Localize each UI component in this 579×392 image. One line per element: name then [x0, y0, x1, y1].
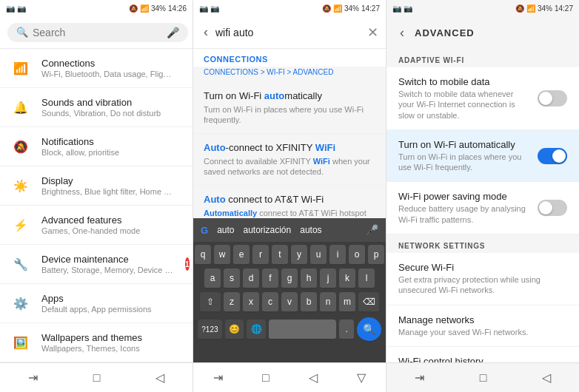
key-c[interactable]: c — [262, 292, 278, 313]
list-item-apps[interactable]: ⚙️ Apps Default apps, App permissions — [0, 284, 193, 323]
key-f[interactable]: f — [262, 268, 278, 289]
key-a[interactable]: a — [204, 268, 221, 289]
wifi-auto-toggle[interactable] — [538, 148, 567, 164]
nav-back-btn[interactable]: ◁ — [155, 371, 164, 385]
suggestion-autorizacion[interactable]: autorización — [243, 225, 291, 235]
search-input[interactable] — [33, 27, 162, 38]
key-shift[interactable]: ⇧ — [200, 292, 221, 313]
suggestion-auto[interactable]: auto — [217, 225, 234, 235]
p3-item-manage-networks[interactable]: Manage networks Manage your saved Wi-Fi … — [386, 305, 579, 347]
key-v[interactable]: v — [281, 292, 298, 313]
key-b[interactable]: b — [301, 292, 317, 313]
search-bar: 🔍 🎤 👤 — [0, 16, 193, 49]
nav-menu-btn[interactable]: ⇥ — [28, 371, 38, 385]
key-x[interactable]: x — [243, 292, 259, 313]
nav-home-btn[interactable]: □ — [93, 371, 101, 385]
nav-menu-btn-2[interactable]: ⇥ — [213, 371, 223, 385]
nav-back-btn-2[interactable]: ◁ — [309, 371, 318, 385]
key-o[interactable]: o — [349, 245, 365, 266]
panel-advanced-settings: 📷 📷 🔕 📶 34% 14:27 ‹ ADVANCED ADAPTIVE WI… — [386, 0, 579, 392]
key-num[interactable]: ?123 — [198, 320, 222, 340]
result-item-0[interactable]: Turn on Wi-Fi automatically Turn on Wi-F… — [193, 82, 386, 134]
mobile-data-text: Switch to mobile data Switch to mobile d… — [398, 76, 538, 121]
list-item-sounds[interactable]: 🔔 Sounds and vibration Sounds, Vibration… — [0, 88, 193, 127]
connections-title: Connections — [41, 58, 182, 69]
key-y[interactable]: y — [291, 245, 307, 266]
list-item-advanced[interactable]: ⚡ Advanced features Games, One-handed mo… — [0, 206, 193, 245]
nav-bar-2: ⇥ □ ◁ ▽ — [193, 362, 386, 392]
key-space[interactable] — [269, 320, 336, 340]
key-emoji[interactable]: 😊 — [225, 320, 244, 340]
key-z[interactable]: z — [224, 292, 240, 313]
list-item-notifications[interactable]: 🔕 Notifications Block, allow, prioritise — [0, 127, 193, 166]
key-lang[interactable]: 🌐 — [247, 320, 266, 340]
key-e[interactable]: e — [233, 245, 250, 266]
p3-item-mobile-data[interactable]: Switch to mobile data Switch to mobile d… — [386, 67, 579, 130]
p3-item-power-saving[interactable]: Wi-Fi power saving mode Reduce battery u… — [386, 182, 579, 234]
key-i[interactable]: i — [329, 245, 346, 266]
key-s[interactable]: s — [224, 268, 240, 289]
connections-icon: 📶 — [10, 58, 31, 78]
close-button[interactable]: ✕ — [367, 24, 378, 41]
result-title-2: Auto connect to AT&T Wi-Fi — [204, 193, 375, 206]
nav-back-btn-3[interactable]: ◁ — [542, 371, 551, 385]
key-period[interactable]: . — [339, 320, 354, 340]
key-u[interactable]: u — [310, 245, 327, 266]
panel-settings-list: 📷 📷 🔕 📶 34% 14:26 🔍 🎤 👤 📶 Connections Wi… — [0, 0, 193, 392]
keyboard-mic[interactable]: 🎤 — [366, 224, 378, 236]
notification-icon-p3-2: 📷 — [404, 4, 412, 13]
back-button[interactable]: ‹ — [201, 21, 211, 43]
key-h[interactable]: h — [301, 268, 317, 289]
mic-icon[interactable]: 🎤 — [167, 27, 179, 38]
advanced-icon: ⚡ — [10, 214, 31, 235]
key-l[interactable]: l — [358, 268, 375, 289]
secure-wifi-title: Secure Wi-Fi — [398, 262, 560, 273]
result-item-1[interactable]: Auto-connect to XFINITY WiFi Connect to … — [193, 134, 386, 186]
status-icons-right-2: 🔕 📶 34% 14:27 — [322, 4, 380, 13]
key-t[interactable]: t — [272, 245, 288, 266]
maintenance-badge: 1 — [185, 257, 190, 271]
network-settings-label: NETWORK SETTINGS — [386, 234, 579, 253]
nav-home-btn-2[interactable]: □ — [262, 371, 270, 385]
keyboard-bottom-row: ?123 😊 🌐 . 🔍 — [195, 316, 384, 344]
suggestion-autos[interactable]: autos — [300, 225, 321, 235]
list-item-display[interactable]: ☀️ Display Brightness, Blue light filter… — [0, 166, 193, 206]
battery-text: 34% — [151, 4, 166, 13]
key-m[interactable]: m — [339, 292, 355, 313]
key-w[interactable]: w — [214, 245, 230, 266]
key-backspace[interactable]: ⌫ — [358, 292, 379, 313]
status-icons-left: 📷 📷 — [6, 4, 26, 13]
p3-item-wifi-history[interactable]: Wi-Fi control history View apps that hav… — [386, 347, 579, 362]
adaptive-wifi-label: ADAPTIVE WI-FI — [386, 49, 579, 67]
key-j[interactable]: j — [320, 268, 336, 289]
list-item-maintenance[interactable]: 🔧 Device maintenance Battery, Storage, M… — [0, 245, 193, 284]
list-item-wallpapers[interactable]: 🖼️ Wallpapers and themes Wallpapers, The… — [0, 323, 193, 362]
mute-icon: 🔕 — [129, 4, 138, 13]
result-title-0: Turn on Wi-Fi automatically — [204, 89, 375, 103]
nav-home-btn-3[interactable]: □ — [480, 371, 487, 385]
key-d[interactable]: d — [243, 268, 259, 289]
time-1: 14:26 — [168, 4, 187, 13]
key-q[interactable]: q — [195, 245, 211, 266]
mobile-data-toggle[interactable] — [538, 90, 567, 107]
notifications-icon: 🔕 — [10, 136, 31, 157]
p3-item-wifi-auto[interactable]: Turn on Wi-Fi automatically Turn on Wi-F… — [386, 130, 579, 183]
search-inner[interactable]: 🔍 🎤 — [7, 23, 188, 42]
key-n[interactable]: n — [320, 292, 336, 313]
power-saving-toggle[interactable] — [538, 200, 567, 216]
key-p[interactable]: p — [368, 245, 384, 266]
key-search[interactable]: 🔍 — [357, 317, 381, 342]
key-r[interactable]: r — [252, 245, 269, 266]
wallpapers-sub: Wallpapers, Themes, Icons — [41, 344, 175, 353]
search-input-2[interactable] — [215, 27, 363, 38]
sounds-icon: 🔔 — [10, 97, 31, 118]
nav-down-btn[interactable]: ▽ — [357, 371, 366, 385]
advanced-back-button[interactable]: ‹ — [397, 22, 407, 44]
list-item-connections[interactable]: 📶 Connections Wi-Fi, Bluetooth, Data usa… — [0, 49, 193, 88]
time-2: 14:27 — [361, 4, 380, 13]
key-g[interactable]: g — [281, 268, 298, 289]
sounds-title: Sounds and vibration — [41, 97, 182, 108]
nav-menu-btn-3[interactable]: ⇥ — [415, 371, 424, 385]
p3-item-secure-wifi[interactable]: Secure Wi-Fi Get extra privacy protectio… — [386, 253, 579, 305]
key-k[interactable]: k — [339, 268, 355, 289]
